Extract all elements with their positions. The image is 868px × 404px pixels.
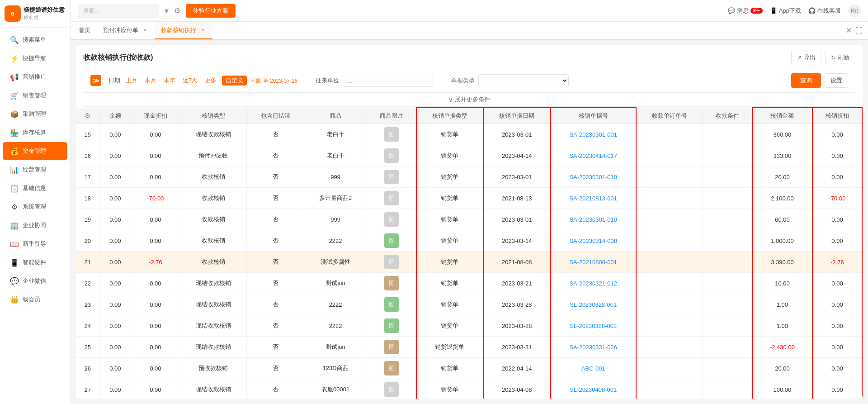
sidebar-item-hardware[interactable]: 📱 智能硬件 [3, 253, 67, 271]
doctype-select[interactable] [478, 74, 569, 87]
row-img: 图 [367, 166, 416, 188]
sidebar-item-inventory[interactable]: 🏪 库存核算 [3, 124, 67, 142]
bill-no-link[interactable]: SA-20230301-010 [569, 216, 617, 223]
bill-no-link[interactable]: SA-20230321-012 [569, 280, 617, 287]
row-bill-type: 销货单 [416, 252, 484, 273]
app-download-button[interactable]: 📱 App下载 [770, 7, 801, 15]
dropdown-icon[interactable]: ▾ [165, 6, 169, 16]
settings-header-icon[interactable]: ⚙ [174, 6, 180, 15]
bill-no-link[interactable]: SL-20230328-001 [570, 301, 617, 308]
sidebar-item-finance[interactable]: 💰 资金管理 [3, 142, 67, 160]
query-button[interactable]: 查询 [791, 73, 821, 88]
sidebar-item-purchase[interactable]: 📦 采购管理 [3, 105, 67, 123]
bill-no-link[interactable]: SA-20210808-001 [569, 259, 617, 266]
custom-btn[interactable]: 自定义 [222, 76, 247, 86]
row-type: 预付冲应收 [180, 145, 246, 166]
row-cash-discount: -2.76 [131, 252, 180, 273]
online-service-button[interactable]: 🎧 在线客服 [808, 7, 841, 15]
bill-no-link[interactable]: ABC-001 [581, 365, 605, 372]
maximize-icon[interactable]: ⛶ [855, 27, 863, 35]
bill-no-link[interactable]: SL-20230328-002 [570, 323, 617, 329]
this-year-btn[interactable]: 本年 [162, 76, 177, 86]
last-month-btn[interactable]: 上月 [124, 76, 139, 86]
sidebar-item-quicknav[interactable]: ⚡ 快捷导航 [3, 49, 67, 67]
expand-more-button[interactable]: ∨ 展开更多条件 [448, 95, 490, 104]
svg-text:图: 图 [388, 152, 394, 159]
nav-icon-wechat: 💬 [10, 276, 19, 285]
date-range: 不限 至 2023-07-26 [250, 77, 297, 85]
bill-no-link[interactable]: SA-20230301-010 [569, 174, 617, 181]
row-type: 现结收款核销 [180, 379, 246, 399]
content-area: 收款核销执行(按收款) ↗ 导出 ↻ 刷新 ≫ 日期 [71, 40, 868, 404]
row-img: 图 [367, 145, 416, 166]
tab-label-prepay: 预付冲应付单 [103, 26, 138, 34]
message-button[interactable]: 💬 消息 99+ [728, 7, 763, 15]
service-icon: 🎧 [808, 7, 816, 14]
nav-icon-member: 👑 [10, 295, 19, 304]
export-button[interactable]: ↗ 导出 [791, 51, 821, 64]
row-balance: 0.00 [99, 379, 131, 399]
bill-no-link[interactable]: SA-20230414-017 [569, 152, 617, 159]
row-bill-no: ABC-001 [551, 358, 636, 379]
this-month-btn[interactable]: 本月 [143, 76, 158, 86]
sidebar-item-sales[interactable]: 🛒 销售管理 [3, 86, 67, 105]
date-filter: 日期 上月 本月 本年 近7天 更多 自定义 不限 至 2023-07-26 [108, 76, 297, 86]
partner-label: 往来单位 [316, 76, 339, 85]
sidebar-item-marketing[interactable]: 📢 营销推广 [3, 68, 67, 86]
bill-no-link[interactable]: SA-20210813-001 [569, 195, 617, 202]
partner-input[interactable] [343, 75, 433, 87]
industry-solution-button[interactable]: 休验行业方案 [186, 4, 236, 18]
row-bill-no: SA-20230321-012 [551, 273, 636, 294]
setting-button[interactable]: 设置 [825, 73, 848, 88]
tab-label-home: 首页 [79, 26, 90, 34]
more-btn[interactable]: 更多 [203, 76, 218, 86]
sidebar-item-wechat[interactable]: 💬 企业微信 [3, 272, 67, 290]
nav-icon-sales: 🛒 [10, 91, 19, 100]
settings-col-header[interactable]: ⚙ [76, 108, 99, 124]
tab-home[interactable]: 首页 [72, 22, 97, 39]
row-receipt-cond [703, 273, 752, 294]
tab-prepay[interactable]: 预付冲应付单✕ [97, 22, 155, 39]
tab-close-prepay[interactable]: ✕ [141, 27, 148, 34]
row-goods: 衣服00001 [304, 379, 367, 399]
sidebar-item-guide[interactable]: 📖 新手引导 [3, 235, 67, 253]
sidebar-item-search[interactable]: 🔍 搜索菜单 [3, 31, 67, 49]
nav-label-wechat: 企业微信 [23, 277, 46, 285]
sidebar-item-management[interactable]: 📊 经营管理 [3, 161, 67, 179]
row-receipt-no [636, 337, 703, 358]
bill-no-link[interactable]: SL-20230408-001 [570, 386, 617, 393]
row-goods: 多计量商品2 [304, 188, 367, 209]
svg-text:图: 图 [388, 258, 394, 265]
expand-filter-button[interactable]: ≫ [90, 75, 101, 86]
row-id: 19 [76, 209, 99, 230]
user-avatar[interactable]: Rit [848, 5, 861, 17]
goods-image: 图 [384, 382, 399, 397]
sidebar-item-member[interactable]: 👑 畅会员 [3, 290, 67, 309]
nav-label-quicknav: 快捷导航 [23, 54, 46, 62]
sidebar-item-basic[interactable]: 📋 基础信息 [3, 179, 67, 197]
refresh-button[interactable]: ↻ 刷新 [825, 51, 855, 64]
nav-icon-basic: 📋 [10, 184, 19, 193]
tab-receive[interactable]: 收款核销执行✕ [155, 22, 212, 39]
row-receipt-cond [703, 209, 752, 230]
sidebar-item-enterprise[interactable]: 🏢 企业协同 [3, 216, 67, 234]
bill-no-link[interactable]: SA-20230314-008 [569, 238, 617, 244]
tab-close-receive[interactable]: ✕ [199, 27, 206, 34]
sidebar-item-system[interactable]: ⚙ 系统管理 [3, 198, 67, 216]
header-right: 💬 消息 99+ 📱 App下载 🎧 在线客服 Rit [728, 5, 861, 17]
row-bill-no: SA-20230414-017 [551, 145, 636, 166]
row-bill-type: 销货单 [416, 358, 484, 379]
close-all-tabs-icon[interactable]: ✕ [846, 26, 852, 35]
row-settled: 否 [246, 315, 304, 337]
last7-btn[interactable]: 近7天 [181, 76, 199, 86]
nav-label-system: 系统管理 [23, 203, 46, 211]
tab-label-receive: 收款核销执行 [161, 26, 196, 34]
bill-no-link[interactable]: SA-20230331-026 [569, 344, 617, 351]
row-bill-type: 销货单 [416, 294, 484, 315]
nav-label-management: 经营管理 [23, 166, 46, 174]
row-receipt-no [636, 124, 703, 145]
bill-no-link[interactable]: SA-20230301-001 [569, 131, 617, 138]
row-bill-date: 2021-08-08 [483, 252, 551, 273]
row-goods: 测试jun [304, 273, 367, 294]
svg-text:图: 图 [388, 365, 394, 371]
